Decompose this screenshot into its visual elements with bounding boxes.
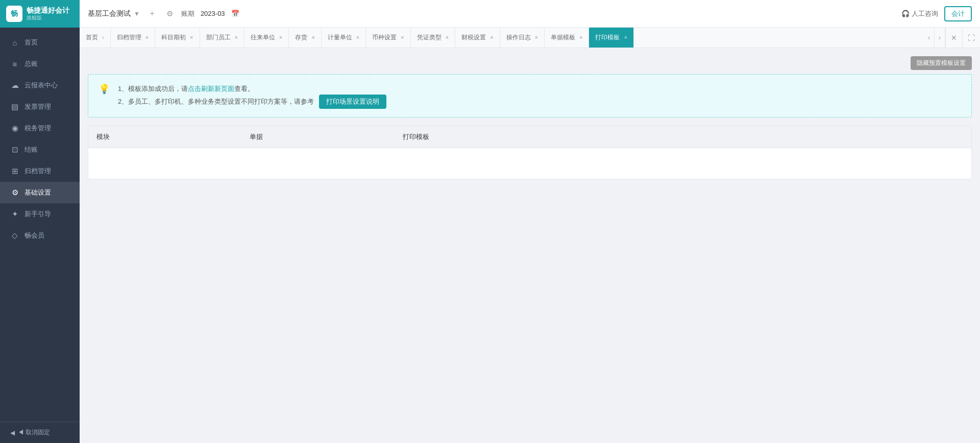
sidebar-item-guide[interactable]: ✦ 新手引导	[0, 203, 80, 225]
sidebar-item-member[interactable]: ◇ 畅会员	[0, 225, 80, 246]
tab-inventory-close[interactable]: ×	[311, 35, 314, 40]
guide-icon: ✦	[10, 209, 19, 219]
tab-close-all-btn[interactable]: ✕	[945, 28, 962, 48]
period-label: 账期	[181, 9, 194, 18]
ledger-icon: ≡	[10, 60, 19, 68]
sidebar-item-reports[interactable]: ☁ 云报表中心	[0, 75, 80, 96]
settings-icon: ⚙	[10, 188, 19, 197]
print-scene-btn[interactable]: 打印场景设置说明	[319, 95, 386, 109]
page-content: 隐藏预置模板设置 💡 1、模板添加成功后，请点击刷新新页面查看。 2、多员工、多…	[80, 48, 980, 443]
sidebar-item-member-label: 畅会员	[24, 231, 44, 240]
header-right: 🎧 人工咨询 会计	[901, 6, 972, 21]
add-tab-btn[interactable]: ＋	[146, 6, 158, 21]
hide-template-btn[interactable]: 隐藏预置模板设置	[911, 56, 972, 70]
unpin-icon: ◀	[10, 429, 15, 436]
tab-print-template-label: 打印模板	[595, 33, 620, 42]
close-accounts-icon: ⊡	[10, 145, 19, 154]
sidebar-item-archive[interactable]: ⊞ 归档管理	[0, 160, 80, 182]
tab-voucher-type-close[interactable]: ×	[446, 35, 449, 40]
info-line-1: 1、模板添加成功后，请点击刷新新页面查看。	[118, 83, 961, 95]
account-label: 会计	[951, 10, 965, 17]
tab-partner-label: 往来单位	[251, 33, 275, 42]
info-line-2: 2、多员工、多打印机、多种业务类型设置不同打印方案等，请参考 打印场景设置说明	[118, 95, 961, 109]
sidebar-nav: ⌂ 首页 ≡ 总账 ☁ 云报表中心 ▤ 发票管理 ◉ 税务管理 ⊡ 结账 ⊞ 归…	[0, 28, 80, 422]
sidebar-item-invoice-label: 发票管理	[24, 102, 51, 111]
sidebar-item-settings[interactable]: ⚙ 基础设置	[0, 182, 80, 203]
col-document: 单据	[241, 126, 395, 148]
col-module: 模块	[88, 126, 241, 148]
company-selector[interactable]: 基层工会测试 ▼	[88, 9, 140, 18]
sidebar-item-reports-label: 云报表中心	[24, 81, 58, 90]
tab-single-template[interactable]: 单据模板 ×	[545, 28, 589, 48]
sidebar-item-close-label: 结账	[24, 145, 38, 154]
tab-unit-close[interactable]: ×	[356, 35, 359, 40]
tab-voucher-type[interactable]: 凭证类型 ×	[411, 28, 455, 48]
tab-single-template-label: 单据模板	[551, 33, 575, 42]
tab-partner-close[interactable]: ×	[279, 35, 282, 40]
tab-expand-btn[interactable]: ⛶	[962, 28, 980, 48]
lightbulb-icon: 💡	[99, 83, 110, 95]
tab-home[interactable]: 首页 ‹	[80, 28, 111, 48]
unpin-sidebar-btn[interactable]: ◀ ◀ 取消固定	[0, 422, 80, 443]
sidebar-item-settings-label: 基础设置	[24, 188, 51, 197]
tab-currency-close[interactable]: ×	[401, 35, 404, 40]
sidebar-item-ledger[interactable]: ≡ 总账	[0, 53, 80, 75]
tab-operation-log[interactable]: 操作日志 ×	[500, 28, 545, 48]
info-text: 1、模板添加成功后，请点击刷新新页面查看。 2、多员工、多打印机、多种业务类型设…	[118, 83, 961, 109]
account-type-btn[interactable]: 会计	[944, 6, 972, 21]
sidebar-item-tax[interactable]: ◉ 税务管理	[0, 118, 80, 139]
tab-voucher-type-label: 凭证类型	[417, 33, 442, 42]
sidebar: 畅 畅捷通好会计 旗舰版 ⌂ 首页 ≡ 总账 ☁ 云报表中心 ▤ 发票管理 ◉ …	[0, 0, 80, 443]
tab-archive-close[interactable]: ×	[145, 35, 149, 40]
company-name: 基层工会测试	[88, 9, 131, 18]
logo-area: 畅 畅捷通好会计 旗舰版	[0, 0, 80, 28]
sidebar-item-close[interactable]: ⊡ 结账	[0, 139, 80, 160]
tab-unit[interactable]: 计量单位 ×	[322, 28, 366, 48]
tab-partner[interactable]: 往来单位 ×	[244, 28, 289, 48]
tab-tax-settings-close[interactable]: ×	[490, 35, 493, 40]
tab-department[interactable]: 部门员工 ×	[200, 28, 244, 48]
headset-icon: 🎧	[901, 10, 910, 17]
main-area: 基层工会测试 ▼ ＋ ⚙ 账期 2023-03 📅 🎧 人工咨询 会计 首页 ‹…	[80, 0, 980, 443]
tab-home-label: 首页	[86, 33, 98, 42]
tab-archive[interactable]: 归档管理 ×	[111, 28, 155, 48]
template-settings-wrapper: 隐藏预置模板设置	[88, 56, 972, 70]
human-service-btn[interactable]: 🎧 人工咨询	[901, 9, 938, 18]
member-icon: ◇	[10, 231, 19, 240]
tab-next-btn[interactable]: ›	[935, 28, 945, 48]
tab-print-template[interactable]: 打印模板 ×	[589, 28, 633, 48]
tab-prev-btn[interactable]: ‹	[924, 28, 935, 48]
sidebar-item-tax-label: 税务管理	[24, 124, 51, 133]
tax-icon: ◉	[10, 124, 19, 133]
logo-text: 畅捷通好会计 旗舰版	[27, 6, 69, 22]
calendar-icon[interactable]: 📅	[231, 10, 239, 17]
tab-operation-log-close[interactable]: ×	[535, 35, 538, 40]
tab-department-label: 部门员工	[206, 33, 231, 42]
tab-inventory[interactable]: 存货 ×	[289, 28, 321, 48]
top-header: 基层工会测试 ▼ ＋ ⚙ 账期 2023-03 📅 🎧 人工咨询 会计	[80, 0, 980, 28]
tab-operation-log-label: 操作日志	[506, 33, 531, 42]
tab-print-template-close[interactable]: ×	[624, 35, 627, 40]
tab-archive-label: 归档管理	[117, 33, 141, 42]
sidebar-item-home[interactable]: ⌂ 首页	[0, 32, 80, 53]
tab-tax-settings[interactable]: 财税设置 ×	[455, 28, 500, 48]
sidebar-item-invoice[interactable]: ▤ 发票管理	[0, 96, 80, 118]
tab-subject-close[interactable]: ×	[190, 35, 193, 40]
refresh-link[interactable]: 点击刷新新页面	[188, 85, 234, 92]
tab-currency[interactable]: 币种设置 ×	[366, 28, 410, 48]
tab-currency-label: 币种设置	[372, 33, 397, 42]
unpin-label: ◀ 取消固定	[18, 428, 50, 437]
tab-subject[interactable]: 科目期初 ×	[155, 28, 200, 48]
col-print-template: 打印模板	[395, 126, 971, 148]
tab-department-close[interactable]: ×	[235, 35, 238, 40]
logo-icon: 畅	[6, 6, 22, 22]
data-table: 模块 单据 打印模板	[88, 126, 972, 179]
reports-icon: ☁	[10, 81, 19, 90]
settings-gear-icon[interactable]: ⚙	[164, 7, 175, 20]
tab-extra-buttons: ‹ › ✕ ⛶	[924, 28, 980, 48]
sidebar-item-home-label: 首页	[24, 38, 38, 47]
tab-unit-label: 计量单位	[328, 33, 352, 42]
tab-single-template-close[interactable]: ×	[579, 35, 582, 40]
archive-icon: ⊞	[10, 167, 19, 176]
sidebar-item-ledger-label: 总账	[24, 59, 38, 68]
